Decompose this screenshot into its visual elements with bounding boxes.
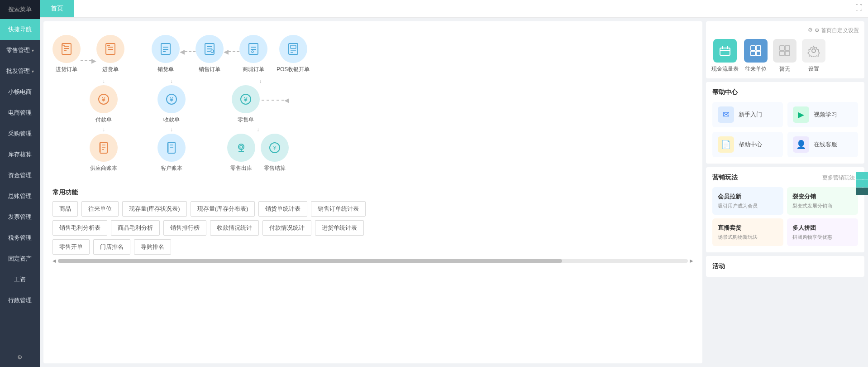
sidebar-item-invoice[interactable]: 发票管理 xyxy=(0,207,40,227)
mall-order-label: 商城订单 xyxy=(243,66,264,73)
func-btn-product-profit[interactable]: 商品毛利分析 xyxy=(111,220,160,236)
marketing-card-fission[interactable]: 裂变分销 裂变式发展分销商 xyxy=(787,187,858,215)
sidebar-item-wholesale[interactable]: 批发管理 ▾ xyxy=(0,61,40,82)
retail-icon: ¥ xyxy=(232,85,260,113)
float-btn-hotline[interactable]: 客服热线 xyxy=(856,172,868,180)
svg-text:¥: ¥ xyxy=(243,96,248,103)
retail-out-label: 零售出库 xyxy=(230,164,252,172)
func-btn-sales-profit[interactable]: 销售毛利分析表 xyxy=(52,220,107,236)
horizontal-scrollbar[interactable]: ◀ ▶ xyxy=(52,258,693,263)
svg-rect-57 xyxy=(785,51,790,56)
func-btn-sales-order-stat[interactable]: 销售订单统计表 xyxy=(311,201,366,217)
sidebar-item-quicknav[interactable]: 快捷导航 xyxy=(0,19,40,40)
sidebar-item-inventory[interactable]: 库存核算 xyxy=(0,144,40,165)
func-btn-sales-stat[interactable]: 销货单统计表 xyxy=(258,201,307,217)
svg-rect-53 xyxy=(756,51,761,56)
marketing-card-member[interactable]: 会员拉新 吸引用户成为会员 xyxy=(712,187,783,215)
sidebar-item-retail[interactable]: 零售管理 ▾ xyxy=(0,40,40,61)
sales-label: 销货单 xyxy=(157,66,174,73)
svg-rect-22 xyxy=(291,45,296,48)
content-area: 进货订单 ▶ 进货单 xyxy=(40,18,868,367)
func-btn-stock-dist[interactable]: 现存量(库存分布表) xyxy=(191,201,255,217)
float-btn-community[interactable]: 服务社区 xyxy=(856,180,868,188)
nav-icon-settings[interactable]: 设置 xyxy=(802,39,825,73)
tab-home[interactable]: 首页 xyxy=(40,0,74,17)
marketing-card-group[interactable]: 多人拼团 拼团购物享受优惠 xyxy=(787,218,858,246)
func-btn-store-rank[interactable]: 门店排名 xyxy=(93,239,130,255)
nav-icon-none[interactable]: 暂无 xyxy=(773,39,796,73)
flow-node-customer-book[interactable]: 客户账本 xyxy=(157,134,186,172)
pos-label: POS收银开单 xyxy=(277,66,310,73)
common-functions-section: 常用功能 商品 往来单位 现存量(库存状况表) 现存量(库存分布表) 销货单统计… xyxy=(52,188,693,255)
flow-node-mall-order[interactable]: 商城订单 xyxy=(239,35,267,73)
float-btn-desktop[interactable]: 桌面快捷 xyxy=(856,188,868,195)
sidebar-item-purchase[interactable]: 采购管理 xyxy=(0,123,40,144)
func-btn-retail-order[interactable]: 零售开单 xyxy=(52,239,90,255)
func-btn-stock-status[interactable]: 现存量(库存状况表) xyxy=(122,201,187,217)
supplier-book-label: 供应商账本 xyxy=(90,164,117,172)
flow-node-purchase-order[interactable]: 进货订单 xyxy=(52,35,81,73)
sidebar-item-salary[interactable]: 工资 xyxy=(0,269,40,290)
flow-node-sales-order[interactable]: 销售订单 xyxy=(196,35,224,73)
help-item-video[interactable]: ▶ 视频学习 xyxy=(787,102,858,127)
arrow-sales-order: ▶ xyxy=(180,48,196,64)
arrow-mall: ▶ xyxy=(224,48,239,64)
flow-node-supplier-book[interactable]: 供应商账本 xyxy=(90,134,118,172)
scroll-left-button[interactable]: ◀ xyxy=(52,258,56,263)
sidebar-item-assets[interactable]: 固定资产 xyxy=(0,248,40,269)
scroll-thumb xyxy=(58,259,562,263)
help-item-beginner[interactable]: ✉ 新手入门 xyxy=(712,102,783,127)
func-btn-payment-stat[interactable]: 付款情况统计 xyxy=(262,220,311,236)
sidebar-item-label-quicknav: 快捷导航 xyxy=(8,25,32,34)
sidebar-search[interactable]: 搜索菜单 xyxy=(0,0,40,19)
flow-node-pos[interactable]: POS收银开单 xyxy=(277,35,310,73)
arrow-down-purchase: ↓ xyxy=(102,78,105,84)
help-item-online[interactable]: 👤 在线客服 xyxy=(787,132,858,157)
sidebar-item-admin[interactable]: 行政管理 xyxy=(0,290,40,311)
func-btn-guide-rank[interactable]: 导购排名 xyxy=(134,239,171,255)
customize-settings-link[interactable]: ⚙ ⚙ 首页自定义设置 xyxy=(711,27,859,34)
flow-node-retail-out[interactable]: 零售出库 xyxy=(227,134,255,172)
none-icon-box xyxy=(773,39,796,63)
scroll-right-button[interactable]: ▶ xyxy=(690,258,693,263)
beginner-icon: ✉ xyxy=(718,106,734,123)
flow-node-retail[interactable]: ¥ 零售单 xyxy=(232,85,260,124)
marketing-more-link[interactable]: 更多营销玩法 › xyxy=(822,174,858,182)
nav-icon-contacts[interactable]: 往来单位 xyxy=(744,39,768,73)
chevron-down-icon-2: ▾ xyxy=(32,69,34,74)
sidebar: 搜索菜单 快捷导航 零售管理 ▾ 批发管理 ▾ 小畅电商 电商管理 采购管理 库… xyxy=(0,0,40,367)
svg-rect-56 xyxy=(780,51,784,56)
flow-node-purchase[interactable]: 进货单 xyxy=(96,35,124,73)
flow-node-sales[interactable]: 销货单 xyxy=(152,35,180,73)
nav-icon-cashflow[interactable]: 现金流量表 xyxy=(711,39,739,73)
func-btn-contacts[interactable]: 往来单位 xyxy=(81,201,119,217)
help-center-section: 帮助中心 ✉ 新手入门 ▶ 视频学习 📄 帮助中心 👤 xyxy=(706,82,864,164)
flow-node-retail-settle[interactable]: ¥ 零售结算 xyxy=(261,134,289,172)
sidebar-item-tax[interactable]: 税务管理 xyxy=(0,227,40,248)
sidebar-item-ledger[interactable]: 总账管理 xyxy=(0,186,40,207)
sidebar-item-ecommerce[interactable]: 电商管理 xyxy=(0,102,40,123)
arrow-down-supplier: ↓ xyxy=(102,126,105,133)
func-btn-product[interactable]: 商品 xyxy=(52,201,78,217)
help-item-help[interactable]: 📄 帮助中心 xyxy=(712,132,783,157)
supplier-book-icon xyxy=(90,134,118,162)
payment-icon: ¥ xyxy=(90,85,118,113)
marketing-card-live[interactable]: 直播卖货 场景式购物新玩法 xyxy=(712,218,783,246)
help-label: 帮助中心 xyxy=(739,140,762,149)
expand-icon[interactable]: ⛶ xyxy=(855,4,863,12)
scroll-track[interactable] xyxy=(58,259,688,263)
purchase-order-label: 进货订单 xyxy=(56,66,77,73)
purchase-label: 进货单 xyxy=(102,66,119,73)
func-btn-receipt-stat[interactable]: 收款情况统计 xyxy=(210,220,259,236)
sidebar-item-finance[interactable]: 资金管理 xyxy=(0,165,40,186)
func-btn-purchase-stat[interactable]: 进货单统计表 xyxy=(315,220,364,236)
flow-node-receipt[interactable]: ¥ 收款单 xyxy=(157,85,186,124)
sales-order-label: 销售订单 xyxy=(199,66,220,73)
flow-node-payment[interactable]: ¥ 付款单 xyxy=(90,85,118,124)
svg-point-58 xyxy=(812,49,816,53)
marketing-header: 营销玩法 更多营销玩法 › xyxy=(712,174,858,182)
sidebar-item-ecommerce-small[interactable]: 小畅电商 xyxy=(0,82,40,102)
online-label: 在线客服 xyxy=(814,140,837,149)
func-btn-sales-rank[interactable]: 销售排行榜 xyxy=(163,220,206,236)
sidebar-settings-button[interactable]: ⚙ xyxy=(0,348,40,367)
